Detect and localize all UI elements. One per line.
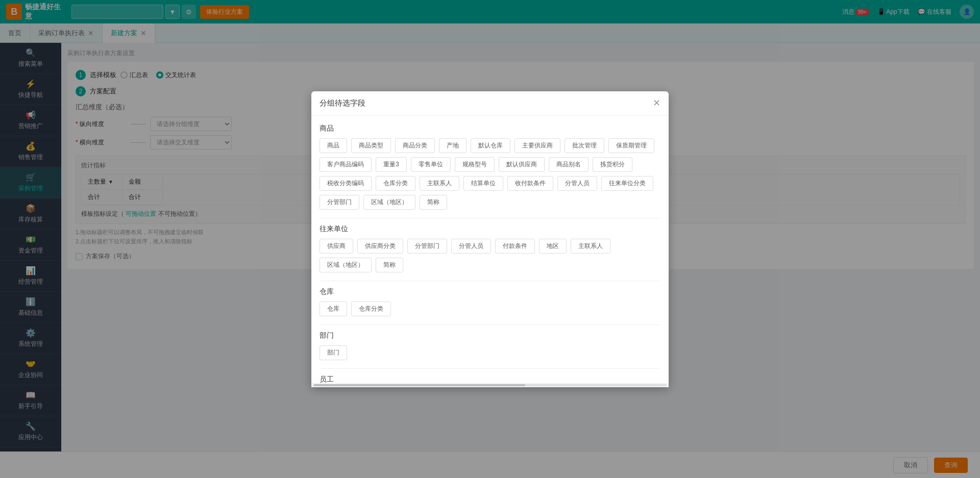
modal: 分组待选字段 ✕ 商品 商品 商品类型 商品分类 产地 默认仓库 主要供应商 批… — [311, 91, 669, 387]
field-chips-warehouse: 仓库 仓库分类 — [320, 301, 660, 316]
chip-counterparty-0[interactable]: 供应商 — [320, 239, 353, 254]
chip-goods-24[interactable]: 简称 — [420, 195, 447, 210]
chip-goods-0[interactable]: 商品 — [320, 138, 347, 153]
modal-hscroll[interactable] — [311, 383, 669, 387]
chip-counterparty-3[interactable]: 分管人员 — [451, 239, 491, 254]
chip-counterparty-7[interactable]: 区域（地区） — [320, 258, 372, 272]
chip-warehouse-1[interactable]: 仓库分类 — [351, 301, 391, 316]
field-chips-goods: 商品 商品类型 商品分类 产地 默认仓库 主要供应商 批次管理 保质期管理 客户… — [320, 138, 660, 210]
chip-goods-6[interactable]: 批次管理 — [565, 138, 604, 153]
divider-4 — [320, 368, 660, 369]
chip-dept-0[interactable]: 部门 — [320, 345, 347, 360]
field-group-dept-title: 部门 — [320, 331, 660, 340]
chip-goods-2[interactable]: 商品分类 — [395, 138, 435, 153]
modal-overlay[interactable]: 分组待选字段 ✕ 商品 商品 商品类型 商品分类 产地 默认仓库 主要供应商 批… — [0, 0, 980, 478]
modal-header: 分组待选字段 ✕ — [311, 91, 669, 116]
field-group-counterparty-title: 往来单位 — [320, 224, 660, 234]
chip-goods-21[interactable]: 往来单位分类 — [601, 176, 653, 191]
chip-goods-20[interactable]: 分管人员 — [557, 176, 597, 191]
chip-goods-9[interactable]: 重量3 — [376, 157, 407, 172]
field-chips-counterparty: 供应商 供应商分类 分管部门 分管人员 付款条件 地区 主联系人 区域（地区） … — [320, 239, 660, 272]
divider-3 — [320, 324, 660, 325]
modal-close-btn[interactable]: ✕ — [653, 98, 660, 108]
chip-goods-19[interactable]: 收付款条件 — [507, 176, 553, 191]
chip-goods-7[interactable]: 保质期管理 — [608, 138, 654, 153]
modal-hscroll-track — [313, 384, 667, 386]
chip-counterparty-4[interactable]: 付款条件 — [495, 239, 535, 254]
field-group-employee: 员工 业务员 — [320, 375, 660, 383]
chip-goods-13[interactable]: 商品别名 — [549, 157, 589, 172]
field-group-goods: 商品 商品 商品类型 商品分类 产地 默认仓库 主要供应商 批次管理 保质期管理… — [320, 124, 660, 210]
chip-goods-15[interactable]: 税收分类编码 — [320, 176, 372, 191]
chip-goods-17[interactable]: 主联系人 — [420, 176, 459, 191]
divider-2 — [320, 281, 660, 281]
field-group-goods-title: 商品 — [320, 124, 660, 133]
chip-goods-1[interactable]: 商品类型 — [351, 138, 391, 153]
chip-goods-3[interactable]: 产地 — [439, 138, 467, 153]
chip-warehouse-0[interactable]: 仓库 — [320, 301, 347, 316]
chip-goods-14[interactable]: 拣货积分 — [593, 157, 632, 172]
chip-counterparty-1[interactable]: 供应商分类 — [357, 239, 403, 254]
chip-goods-23[interactable]: 区域（地区） — [363, 195, 415, 210]
chip-counterparty-8[interactable]: 简称 — [376, 258, 403, 272]
field-group-warehouse-title: 仓库 — [320, 287, 660, 296]
chip-goods-10[interactable]: 零售单位 — [411, 157, 451, 172]
chip-goods-4[interactable]: 默认仓库 — [471, 138, 510, 153]
field-group-warehouse: 仓库 仓库 仓库分类 — [320, 287, 660, 316]
chip-counterparty-6[interactable]: 主联系人 — [571, 239, 610, 254]
chip-goods-5[interactable]: 主要供应商 — [514, 138, 560, 153]
chip-goods-18[interactable]: 结算单位 — [463, 176, 503, 191]
chip-counterparty-2[interactable]: 分管部门 — [407, 239, 447, 254]
chip-goods-22[interactable]: 分管部门 — [320, 195, 359, 210]
field-group-dept: 部门 部门 — [320, 331, 660, 360]
modal-title: 分组待选字段 — [320, 98, 365, 108]
field-chips-dept: 部门 — [320, 345, 660, 360]
chip-goods-12[interactable]: 默认供应商 — [499, 157, 545, 172]
field-group-employee-title: 员工 — [320, 375, 660, 383]
modal-body: 商品 商品 商品类型 商品分类 产地 默认仓库 主要供应商 批次管理 保质期管理… — [311, 116, 669, 383]
modal-hscroll-thumb — [313, 384, 525, 386]
field-group-counterparty: 往来单位 供应商 供应商分类 分管部门 分管人员 付款条件 地区 主联系人 区域… — [320, 224, 660, 272]
chip-counterparty-5[interactable]: 地区 — [539, 239, 567, 254]
chip-goods-11[interactable]: 规格型号 — [455, 157, 495, 172]
divider-1 — [320, 218, 660, 218]
chip-goods-16[interactable]: 仓库分类 — [376, 176, 415, 191]
chip-goods-8[interactable]: 客户商品编码 — [320, 157, 372, 172]
